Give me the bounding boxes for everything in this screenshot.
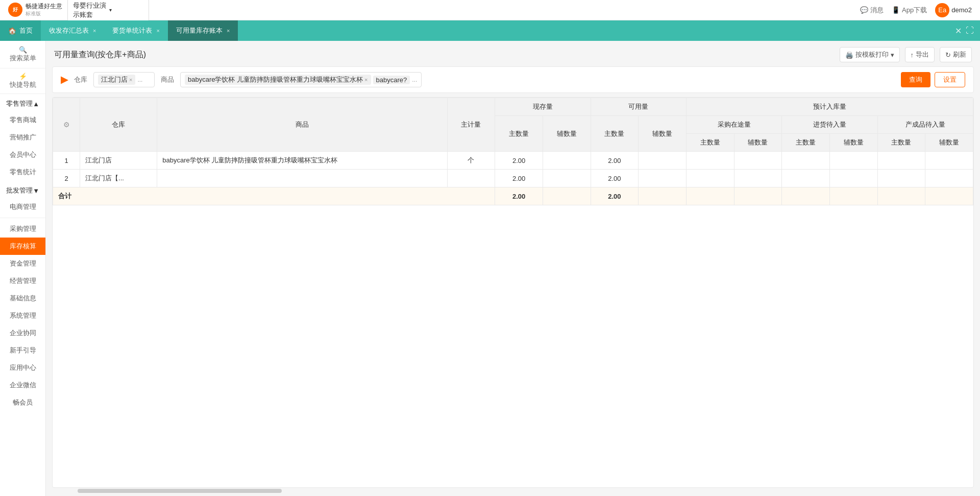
filter-toggle-icon[interactable]: ▶: [61, 74, 68, 85]
product-more-icon[interactable]: ...: [412, 76, 417, 83]
sidebar-item-ops[interactable]: 经营管理: [0, 272, 45, 290]
nav-icon: ⚡: [0, 73, 45, 80]
footer-available-main: 2.00: [591, 187, 639, 205]
cell-index: 2: [53, 170, 80, 187]
tab-close-available-stock[interactable]: ×: [227, 28, 230, 34]
sidebar-item-finance[interactable]: 资金管理: [0, 255, 45, 272]
scroll-thumb[interactable]: [78, 489, 282, 493]
col-settings[interactable]: ⚙: [53, 98, 80, 152]
top-bar-left: 好 畅捷通好生意 标准版 母婴行业演示账套 ▾: [8, 0, 149, 22]
org-selector[interactable]: 母婴行业演示账套 ▾: [67, 0, 149, 22]
tab-home[interactable]: 🏠 首页: [0, 20, 41, 41]
warehouse-more-icon[interactable]: ...: [137, 76, 142, 83]
remove-product-tag[interactable]: ×: [364, 77, 368, 83]
cell-available-main: 2.00: [591, 152, 639, 170]
column-settings-icon[interactable]: ⚙: [63, 121, 70, 129]
print-button[interactable]: 🖨️ 按模板打印 ▾: [840, 47, 900, 62]
cell-product: [157, 170, 447, 187]
chevron-up-icon: ▲: [33, 100, 39, 108]
expand-icon[interactable]: ⛶: [966, 26, 974, 35]
sidebar-item-stock[interactable]: 库存核算: [0, 238, 45, 255]
cell-arrivals-main: [782, 170, 830, 187]
cell-product: babycare学饮杯 儿童防摔防撞吸管杯重力球吸嘴杯宝宝水杯: [157, 152, 447, 170]
cell-purchase-aux: [734, 152, 782, 170]
message-icon: 💬: [860, 6, 868, 14]
refresh-button[interactable]: ↻ 刷新: [940, 47, 972, 62]
tab-order-stats[interactable]: 要货单统计表 ×: [104, 20, 167, 41]
query-button[interactable]: 查询: [901, 72, 930, 87]
message-button[interactable]: 💬 消息: [860, 6, 884, 15]
main-layout: 🔍 搜索菜单 ⚡ 快捷导航 零售管理 ▲ 零售商城 营销推广 会员中心 零售统计…: [0, 41, 980, 496]
cell-purchase-main: [686, 152, 734, 170]
avatar: Ea: [935, 3, 949, 17]
footer-current-main: 2.00: [495, 187, 543, 205]
cell-arrivals-aux: [829, 170, 877, 187]
horizontal-scrollbar[interactable]: [52, 488, 974, 494]
sidebar-item-system[interactable]: 系统管理: [0, 307, 45, 324]
sidebar-item-ecommerce[interactable]: 电商管理: [0, 198, 45, 216]
settings-button[interactable]: 设置: [935, 72, 965, 87]
sidebar: 🔍 搜索菜单 ⚡ 快捷导航 零售管理 ▲ 零售商城 营销推广 会员中心 零售统计…: [0, 41, 46, 496]
col-production-main: 主数量: [877, 134, 925, 152]
table-row: 1 江北门店 babycare学饮杯 儿童防摔防撞吸管杯重力球吸嘴杯宝宝水杯 个…: [53, 152, 973, 170]
footer-production-main: [877, 187, 925, 205]
export-button[interactable]: ↑ 导出: [905, 47, 935, 62]
footer-arrivals-aux: [829, 187, 877, 205]
sidebar-item-newguide[interactable]: 新手引导: [0, 342, 45, 359]
top-bar-right: 💬 消息 📱 App下载 Ea demo2: [860, 3, 972, 17]
col-unit-header: 主计量: [447, 98, 495, 152]
sidebar-item-member[interactable]: 会员中心: [0, 146, 45, 163]
sidebar-item-marketing[interactable]: 营销推广: [0, 129, 45, 146]
cell-warehouse: 江北门店: [80, 152, 157, 170]
content-area: 可用量查询(按仓库+商品) 🖨️ 按模板打印 ▾ ↑ 导出 ↻ 刷新 ▶: [46, 41, 980, 496]
col-arrivals-main: 主数量: [782, 134, 830, 152]
remove-warehouse-tag[interactable]: ×: [129, 77, 132, 83]
cell-current-main: 2.00: [495, 152, 543, 170]
sidebar-quick-nav[interactable]: ⚡ 快捷导航: [0, 68, 45, 94]
footer-label: 合计: [53, 187, 495, 205]
data-table: ⚙ 仓库 商品 主计量 现存量 可用量 预计入库量 主数量 辅数量 主数量 辅数…: [53, 98, 973, 205]
tab-close-receive-send[interactable]: ×: [93, 28, 96, 34]
col-arrivals-aux: 辅数量: [829, 134, 877, 152]
col-available-header: 可用量: [591, 98, 686, 116]
sidebar-item-wechat[interactable]: 企业微信: [0, 376, 45, 394]
cell-production-main: [877, 152, 925, 170]
cell-purchase-main: [686, 170, 734, 187]
sidebar-search[interactable]: 🔍 搜索菜单: [0, 41, 45, 68]
product-input[interactable]: babycare学饮杯 儿童防摔防撞吸管杯重力球吸嘴杯宝宝水杯 × babyca…: [180, 72, 422, 87]
sidebar-item-purchase[interactable]: 采购管理: [0, 220, 45, 238]
sidebar-item-retail-mall[interactable]: 零售商城: [0, 111, 45, 129]
col-purchase-main: 主数量: [686, 134, 734, 152]
warehouse-input[interactable]: 江北门店 × ...: [93, 72, 155, 87]
col-production-header: 产成品待入量: [877, 116, 973, 134]
chevron-down-icon: ▾: [109, 7, 143, 13]
cell-available-aux: [639, 152, 687, 170]
warehouse-tag-jiangbei: 江北门店 ×: [98, 75, 135, 85]
cell-current-aux: [543, 152, 591, 170]
sidebar-section-wholesale[interactable]: 批发管理 ▼: [0, 181, 45, 198]
cell-current-main: 2.00: [495, 170, 543, 187]
sidebar-section-retail[interactable]: 零售管理 ▲: [0, 94, 45, 111]
col-incoming-header: 预计入库量: [686, 98, 973, 116]
sidebar-item-retail-stats[interactable]: 零售统计: [0, 163, 45, 181]
search-icon: 🔍: [4, 46, 41, 54]
tab-receive-send[interactable]: 收发存汇总表 ×: [41, 20, 104, 41]
sidebar-item-base[interactable]: 基础信息: [0, 290, 45, 307]
user-area[interactable]: Ea demo2: [935, 3, 972, 17]
sidebar-item-corp[interactable]: 企业协同: [0, 324, 45, 342]
close-all-tabs-icon[interactable]: ✕: [955, 26, 962, 36]
warehouse-label: 仓库: [74, 75, 87, 84]
app-download-button[interactable]: 📱 App下载: [892, 6, 927, 15]
footer-production-aux: [925, 187, 973, 205]
col-current-main: 主数量: [495, 116, 543, 152]
user-name: demo2: [951, 6, 972, 14]
tab-available-stock[interactable]: 可用量库存账本 ×: [168, 20, 238, 41]
sidebar-item-changhui[interactable]: 畅会员: [0, 394, 45, 411]
col-available-aux: 辅数量: [639, 116, 687, 152]
product-tag-babycare: babycare学饮杯 儿童防摔防撞吸管杯重力球吸嘴杯宝宝水杯 ×: [185, 75, 371, 85]
tab-close-order-stats[interactable]: ×: [156, 28, 159, 34]
cell-purchase-aux: [734, 170, 782, 187]
sidebar-item-appcenter[interactable]: 应用中心: [0, 359, 45, 376]
cell-current-aux: [543, 170, 591, 187]
nav-tabs-right: ✕ ⛶: [955, 26, 980, 36]
